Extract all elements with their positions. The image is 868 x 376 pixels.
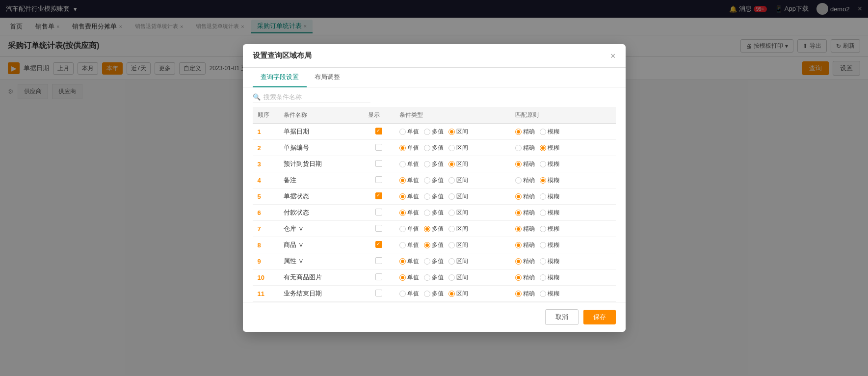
- radio-match-精确-6[interactable]: 精确: [515, 225, 535, 233]
- radio-type-多值-8[interactable]: 多值: [424, 257, 444, 266]
- row-type-8: 单值多值区间: [395, 253, 510, 269]
- radio-match-模糊-1[interactable]: 模糊: [540, 144, 559, 152]
- radio-match-精确-1[interactable]: 精确: [515, 144, 535, 152]
- radio-type-区间-7[interactable]: 区间: [448, 241, 468, 249]
- radio-match-精确-4[interactable]: 精确: [515, 192, 535, 201]
- radio-match-精确-2[interactable]: 精确: [515, 160, 535, 168]
- radio-match-模糊-4[interactable]: 模糊: [540, 192, 559, 201]
- radio-type-单值-7[interactable]: 单值: [399, 241, 419, 249]
- radio-circle-icon: [448, 210, 455, 216]
- radio-type-多值-9[interactable]: 多值: [424, 273, 444, 282]
- checkbox-8[interactable]: [375, 257, 382, 264]
- row-name-1: 单据编号: [279, 140, 363, 156]
- radio-match-模糊-9[interactable]: 模糊: [540, 273, 559, 282]
- radio-match-模糊-5[interactable]: 模糊: [540, 209, 559, 217]
- radio-type-区间-2[interactable]: 区间: [448, 160, 468, 168]
- checkbox-9[interactable]: [375, 273, 382, 280]
- checkbox-10[interactable]: [375, 290, 382, 296]
- cancel-btn[interactable]: 取消: [545, 309, 579, 325]
- modal-overlay[interactable]: 设置查询区域布局 × 查询字段设置 布局调整 🔍: [0, 0, 868, 376]
- radio-circle-icon: [448, 291, 455, 297]
- radio-match-模糊-2[interactable]: 模糊: [540, 160, 559, 168]
- radio-label: 区间: [456, 128, 468, 136]
- row-show-1[interactable]: [363, 140, 395, 156]
- dialog-tab-fields[interactable]: 查询字段设置: [253, 68, 307, 87]
- radio-type-单值-8[interactable]: 单值: [399, 257, 419, 266]
- radio-label: 精确: [523, 128, 535, 136]
- radio-type-单值-4[interactable]: 单值: [399, 192, 419, 201]
- row-show-2[interactable]: [363, 156, 395, 172]
- radio-match-精确-10[interactable]: 精确: [515, 290, 535, 298]
- radio-match-精确-9[interactable]: 精确: [515, 273, 535, 282]
- checkbox-5[interactable]: [375, 209, 382, 215]
- table-row: 5单据状态单值多值区间精确模糊: [253, 188, 616, 205]
- radio-type-区间-9[interactable]: 区间: [448, 273, 468, 282]
- row-show-0[interactable]: [363, 124, 395, 140]
- radio-match-精确-3[interactable]: 精确: [515, 176, 535, 185]
- row-show-7[interactable]: [363, 237, 395, 253]
- row-show-8[interactable]: [363, 253, 395, 269]
- row-show-9[interactable]: [363, 269, 395, 286]
- table-row: 7仓库 ∨单值多值区间精确模糊: [253, 221, 616, 237]
- row-show-5[interactable]: [363, 205, 395, 221]
- radio-match-模糊-10[interactable]: 模糊: [540, 290, 559, 298]
- checkbox-4[interactable]: [375, 192, 382, 199]
- search-input[interactable]: [263, 93, 370, 101]
- save-btn[interactable]: 保存: [583, 310, 616, 324]
- row-show-6[interactable]: [363, 221, 395, 237]
- radio-type-多值-5[interactable]: 多值: [424, 209, 444, 217]
- radio-type-区间-0[interactable]: 区间: [448, 128, 468, 136]
- checkbox-1[interactable]: [375, 144, 382, 151]
- radio-type-区间-3[interactable]: 区间: [448, 176, 468, 185]
- checkbox-2[interactable]: [375, 160, 382, 167]
- radio-type-单值-1[interactable]: 单值: [399, 144, 419, 152]
- radio-match-精确-8[interactable]: 精确: [515, 257, 535, 266]
- radio-match-模糊-8[interactable]: 模糊: [540, 257, 559, 266]
- radio-label: 模糊: [548, 176, 559, 185]
- radio-type-单值-6[interactable]: 单值: [399, 225, 419, 233]
- radio-type-单值-10[interactable]: 单值: [399, 290, 419, 298]
- radio-circle-icon: [399, 129, 406, 135]
- row-show-3[interactable]: [363, 172, 395, 188]
- checkbox-0[interactable]: [375, 128, 382, 134]
- radio-type-单值-3[interactable]: 单值: [399, 176, 419, 185]
- radio-type-多值-10[interactable]: 多值: [424, 290, 444, 298]
- radio-type-区间-10[interactable]: 区间: [448, 290, 468, 298]
- search-icon: 🔍: [253, 93, 261, 101]
- radio-type-多值-2[interactable]: 多值: [424, 160, 444, 168]
- checkbox-3[interactable]: [375, 176, 382, 183]
- radio-type-多值-1[interactable]: 多值: [424, 144, 444, 152]
- table-row: 10有无商品图片单值多值区间精确模糊: [253, 269, 616, 286]
- radio-label: 精确: [523, 273, 535, 282]
- row-show-4[interactable]: [363, 188, 395, 205]
- radio-type-多值-3[interactable]: 多值: [424, 176, 444, 185]
- radio-type-单值-9[interactable]: 单值: [399, 273, 419, 282]
- checkbox-6[interactable]: [375, 225, 382, 232]
- radio-type-单值-0[interactable]: 单值: [399, 128, 419, 136]
- row-show-10[interactable]: [363, 286, 395, 302]
- radio-match-模糊-0[interactable]: 模糊: [540, 128, 559, 136]
- radio-match-模糊-7[interactable]: 模糊: [540, 241, 559, 249]
- radio-match-精确-5[interactable]: 精确: [515, 209, 535, 217]
- radio-circle-icon: [399, 193, 406, 200]
- radio-type-区间-6[interactable]: 区间: [448, 225, 468, 233]
- radio-type-区间-4[interactable]: 区间: [448, 192, 468, 201]
- dialog-footer: 取消 保存: [243, 302, 626, 332]
- radio-type-单值-5[interactable]: 单值: [399, 209, 419, 217]
- dialog-close-btn[interactable]: ×: [610, 52, 616, 60]
- radio-match-精确-7[interactable]: 精确: [515, 241, 535, 249]
- checkbox-7[interactable]: [375, 241, 382, 248]
- radio-type-单值-2[interactable]: 单值: [399, 160, 419, 168]
- radio-type-区间-8[interactable]: 区间: [448, 257, 468, 266]
- radio-label: 单值: [407, 144, 419, 152]
- radio-type-多值-6[interactable]: 多值: [424, 225, 444, 233]
- radio-type-区间-5[interactable]: 区间: [448, 209, 468, 217]
- radio-type-多值-0[interactable]: 多值: [424, 128, 444, 136]
- radio-match-精确-0[interactable]: 精确: [515, 128, 535, 136]
- radio-match-模糊-3[interactable]: 模糊: [540, 176, 559, 185]
- radio-type-多值-4[interactable]: 多值: [424, 192, 444, 201]
- radio-type-区间-1[interactable]: 区间: [448, 144, 468, 152]
- radio-type-多值-7[interactable]: 多值: [424, 241, 444, 249]
- dialog-tab-layout[interactable]: 布局调整: [307, 68, 348, 87]
- radio-match-模糊-6[interactable]: 模糊: [540, 225, 559, 233]
